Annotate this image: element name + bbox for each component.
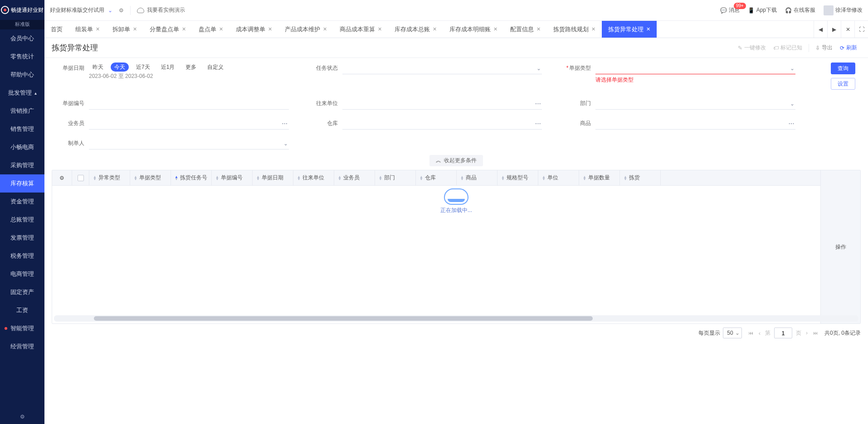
- date-pill[interactable]: 昨天: [89, 63, 107, 72]
- ellipsis-icon[interactable]: ···: [789, 120, 795, 127]
- close-icon[interactable]: ✕: [536, 26, 541, 32]
- doc-type-input[interactable]: [595, 65, 795, 72]
- table-settings-button[interactable]: ⚙: [52, 170, 72, 185]
- tab-scroll-left-button[interactable]: ◀: [814, 21, 827, 38]
- product-selector[interactable]: 好业财标准版交付试用 ⌄: [50, 6, 112, 14]
- salesperson-input[interactable]: [89, 120, 289, 127]
- sort-icon[interactable]: [134, 176, 137, 180]
- doc-no-input[interactable]: [89, 101, 289, 107]
- column-header[interactable]: 商品: [457, 170, 497, 185]
- warehouse-input[interactable]: [342, 120, 542, 127]
- column-header[interactable]: 规格型号: [497, 170, 538, 185]
- sidenav-item[interactable]: 采购管理: [0, 156, 44, 174]
- sort-icon[interactable]: [583, 176, 586, 180]
- sidebar-settings-button[interactable]: ⚙: [0, 410, 44, 424]
- sort-icon[interactable]: [175, 176, 178, 180]
- sort-icon[interactable]: [379, 176, 382, 180]
- column-header[interactable]: 单据类型: [130, 170, 171, 185]
- creator-input[interactable]: [89, 140, 289, 147]
- sidenav-item[interactable]: 营销推广: [0, 102, 44, 120]
- task-status-input[interactable]: [342, 65, 542, 72]
- scrollbar-thumb[interactable]: [94, 316, 593, 321]
- fullscreen-button[interactable]: ⛶: [854, 21, 868, 38]
- close-icon[interactable]: ✕: [96, 26, 100, 32]
- sidenav-item[interactable]: 经营管理: [0, 337, 44, 356]
- close-icon[interactable]: ✕: [646, 26, 650, 32]
- close-icon[interactable]: ✕: [378, 26, 382, 32]
- product-input[interactable]: [595, 120, 795, 127]
- date-pill[interactable]: 近7天: [132, 63, 154, 72]
- sort-icon[interactable]: [256, 176, 260, 180]
- sort-icon[interactable]: [419, 176, 423, 180]
- column-header[interactable]: 仓库: [416, 170, 457, 185]
- tab[interactable]: 拣货路线规划✕: [547, 21, 602, 38]
- close-icon[interactable]: ✕: [219, 26, 223, 32]
- column-header[interactable]: 异常类型: [89, 170, 130, 185]
- sort-icon[interactable]: [460, 176, 464, 180]
- select-all-cell[interactable]: [72, 170, 89, 185]
- batch-edit-button[interactable]: ✎ 一键修改: [734, 42, 770, 53]
- tab[interactable]: 拣货异常处理✕: [602, 21, 657, 38]
- sort-icon[interactable]: [93, 176, 97, 180]
- sort-icon[interactable]: [542, 176, 546, 180]
- sidenav-item[interactable]: 小畅电商: [0, 138, 44, 156]
- tab-close-all-button[interactable]: ✕: [841, 21, 854, 38]
- sidenav-item[interactable]: 智能管理: [0, 319, 44, 337]
- next-page-button[interactable]: [805, 330, 809, 336]
- first-page-button[interactable]: [747, 330, 754, 336]
- page-size-select[interactable]: 50: [723, 328, 741, 338]
- horizontal-scrollbar[interactable]: [54, 315, 858, 322]
- creator-select[interactable]: ⌄: [89, 138, 289, 149]
- sidenav-item[interactable]: 批发管理▴: [0, 84, 44, 102]
- checkbox-icon[interactable]: [78, 175, 84, 181]
- tab[interactable]: 分量盘点单✕: [143, 21, 192, 38]
- sidenav-item[interactable]: 资金管理: [0, 193, 44, 211]
- tab-scroll-right-button[interactable]: ▶: [827, 21, 841, 38]
- sort-icon[interactable]: [338, 176, 341, 180]
- sidenav-item[interactable]: 工资: [0, 301, 44, 319]
- partner-input[interactable]: [342, 101, 542, 107]
- column-header[interactable]: 往来单位: [293, 170, 334, 185]
- settings-button[interactable]: 设置: [831, 78, 855, 90]
- collapse-filters-button[interactable]: ︽ 收起更多条件: [429, 155, 483, 166]
- product-picker[interactable]: ···: [595, 118, 795, 130]
- sort-icon[interactable]: [297, 176, 301, 180]
- page-input[interactable]: [774, 328, 792, 338]
- sidenav-item[interactable]: 固定资产: [0, 283, 44, 301]
- doc-type-select[interactable]: ⌄: [595, 63, 795, 74]
- ellipsis-icon[interactable]: ···: [535, 120, 541, 127]
- column-header[interactable]: 拣货: [620, 170, 661, 185]
- sidenav-item[interactable]: 会员中心: [0, 29, 44, 48]
- user-menu[interactable]: 徐泽华修改: [824, 5, 863, 15]
- tab[interactable]: 成本调整单✕: [229, 21, 278, 38]
- ellipsis-icon[interactable]: ···: [282, 120, 288, 127]
- column-header[interactable]: 业务员: [334, 170, 375, 185]
- date-pill[interactable]: 近1月: [157, 63, 179, 72]
- tab[interactable]: 库存成本明细账✕: [443, 21, 504, 38]
- support-button[interactable]: 🎧 在线客服: [785, 6, 815, 14]
- product-settings-button[interactable]: ⚙: [119, 7, 124, 14]
- tab[interactable]: 商品成本重算✕: [333, 21, 388, 38]
- sidenav-item[interactable]: 电商管理: [0, 265, 44, 283]
- column-header[interactable]: 单据数量: [579, 170, 620, 185]
- close-icon[interactable]: ✕: [493, 26, 497, 32]
- close-icon[interactable]: ✕: [182, 26, 186, 32]
- sidenav-item[interactable]: 帮助中心: [0, 66, 44, 84]
- prev-page-button[interactable]: [758, 330, 761, 337]
- mark-known-button[interactable]: 🏷 标记已知: [770, 42, 806, 53]
- tab[interactable]: 盘点单✕: [192, 21, 229, 38]
- tab[interactable]: 拆卸单✕: [106, 21, 143, 38]
- department-input[interactable]: [595, 101, 795, 107]
- tab[interactable]: 库存成本总账✕: [388, 21, 443, 38]
- sort-icon[interactable]: [215, 176, 219, 180]
- tab[interactable]: 首页: [44, 21, 69, 38]
- sidenav-item[interactable]: 销售管理: [0, 120, 44, 138]
- sidenav-item[interactable]: 总账管理: [0, 211, 44, 229]
- last-page-button[interactable]: [812, 330, 819, 336]
- salesperson-picker[interactable]: ···: [89, 118, 289, 130]
- column-header[interactable]: 拣货任务号: [171, 170, 212, 185]
- column-header[interactable]: 单据编号: [212, 170, 253, 185]
- sidenav-item[interactable]: 税务管理: [0, 247, 44, 265]
- query-button[interactable]: 查询: [831, 63, 855, 74]
- doc-no-input-wrap[interactable]: [89, 98, 289, 110]
